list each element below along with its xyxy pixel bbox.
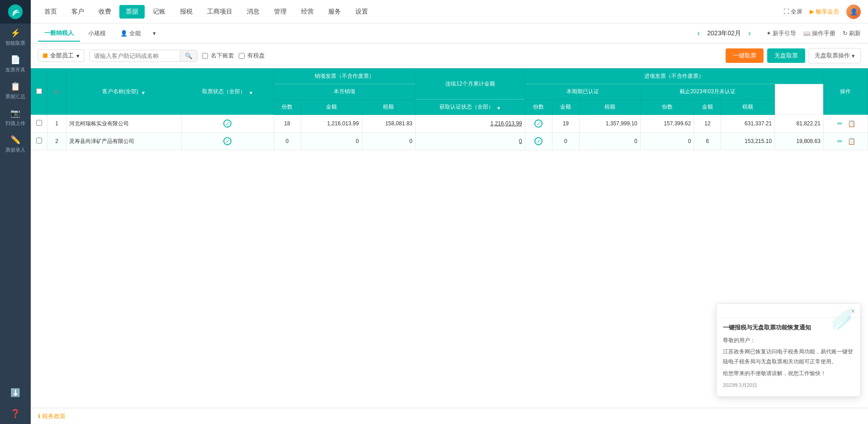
top-navigation: 首页 客户 收费 票据 记账 报税 工商项目 消息 管理 经营 服务 设置 ⛶ … [31,0,868,24]
row-monthly-count-0: 18 [274,115,301,133]
sidebar-item-invoice-summary[interactable]: 📋 票据汇总 [0,77,31,104]
camera-icon: 📷 [10,108,20,118]
sidebar-item-download[interactable]: ⬇️ [0,382,31,403]
th-sales-group: 销项发票（不含作废票） [274,69,415,84]
row-checkbox-input-1[interactable] [36,138,42,143]
toolbar-right-buttons: 一键取票 无盘取票 无盘取票操作 ▾ [726,48,861,63]
filter-fetch-icon[interactable]: ▾ [249,90,253,94]
row-fetch-status-0: ✓ [182,115,274,133]
row-p-amount-0: 1,357,999.10 [579,115,640,133]
nav-customer[interactable]: 客户 [65,5,90,19]
nav-home[interactable]: 首页 [38,5,63,19]
select-all-checkbox[interactable] [36,88,42,94]
nav-collection[interactable]: 收费 [92,5,118,19]
sidebar-item-scan-upload[interactable]: 📷 扫描上传 [0,104,31,130]
nav-business[interactable]: 工商项目 [201,5,239,19]
th-gear: ⚙ [47,69,66,115]
notification-header: × [717,304,860,318]
nav-accounting[interactable]: 记账 [146,5,172,19]
sidebar-item-smart-fetch[interactable]: ⚡ 智能取票 [0,24,31,50]
prev-month-btn[interactable]: ‹ [694,28,703,39]
tab-more[interactable]: ▾ [149,28,160,38]
th-u-amount: 金额 [694,100,721,115]
settings-gear-icon[interactable]: ⚙ [54,88,60,95]
no-device-fetch-btn[interactable]: 无盘取票 [767,48,805,63]
nav-operation[interactable]: 经营 [295,5,320,19]
nav-management[interactable]: 管理 [268,5,293,19]
th-monthly-amount: 金额 [301,100,362,115]
edit-action-icon-0[interactable]: ✏ [835,119,845,129]
check-has-device[interactable]: 有税盘 [239,52,265,60]
nav-message[interactable]: 消息 [241,5,266,19]
table-row: 2 灵寿县尚泽矿产品有限公司 ✓ 0 0 0 0 ✓ 0 0 0 6 153,2… [31,133,868,150]
fullscreen-btn[interactable]: ⛶ 全屏 [783,8,802,16]
th-p-amount: 金额 [552,100,579,115]
row-p-amount-1: 0 [579,133,640,150]
row-checkbox-0 [31,115,47,133]
nav-invoice[interactable]: 票据 [119,5,145,19]
employee-selector[interactable]: 全部员工 ▾ [38,49,85,62]
th-u-tax: 税额 [721,100,775,115]
sidebar-item-invoice-entry[interactable]: ✏️ 票据录入 [0,130,31,157]
th-p-tax: 税额 [579,100,640,115]
th-12months: 连续12个月累计金额 [415,69,525,100]
manual-btn[interactable]: 📖 操作手册 [803,29,835,38]
sidebar-item-help[interactable]: ❓ [0,403,31,424]
row-checkbox-input-0[interactable] [36,120,42,126]
avatar-icon: 👤 [850,8,858,15]
view-action-icon-1[interactable]: 📋 [846,136,856,146]
row-actions-0: ✏ 📋 [823,115,868,133]
row-p-count-0: 19 [552,115,579,133]
download-icon: ⬇️ [10,388,20,398]
help-icon: ❓ [10,409,20,419]
filter-customer-icon[interactable]: ▾ [141,90,146,94]
has-device-checkbox[interactable] [239,53,245,59]
th-monthly-sub: 本月销项 [274,84,415,100]
th-purchase-group: 进项发票（不含作废票） [525,69,823,84]
th-checkbox [31,69,47,115]
tab-all[interactable]: 👤 全能 [114,26,147,41]
nav-tax[interactable]: 报税 [174,5,199,19]
new-guide-btn[interactable]: ✦ 新手引导 [766,29,796,38]
person-icon: 👤 [120,30,127,37]
nav-service[interactable]: 服务 [322,5,347,19]
view-action-icon-0[interactable]: 📋 [846,119,856,129]
next-month-btn[interactable]: › [745,28,754,39]
nav-settings[interactable]: 设置 [349,5,374,19]
row-actions-1: ✏ 📋 [823,133,868,150]
notification-date: 2023年3月20日 [723,381,854,390]
row-num-0: 1 [47,115,66,133]
refresh-btn[interactable]: ↻ 刷新 [843,29,861,38]
tab-small[interactable]: 小规模 [82,26,112,41]
notification-close-btn[interactable]: × [851,307,855,315]
my-accounts-checkbox[interactable] [202,53,208,59]
no-device-ops-btn[interactable]: 无盘取票操作 ▾ [809,48,861,63]
play-icon: ▶ [810,8,814,15]
th-fetch-status: 取票状态（全部） ▾ [182,69,274,115]
th-uncertified: 截止2023年03月未认证 [640,84,774,100]
check-my-accounts[interactable]: 名下账套 [202,52,234,60]
one-click-fetch-btn[interactable]: 一键取票 [726,48,764,63]
th-p-count: 份数 [525,100,552,115]
tax-policy-link[interactable]: ℹ 税务政策 [38,412,66,420]
th-u-count: 份数 [640,100,694,115]
row-monthly-tax-0: 158,081.83 [362,115,415,133]
sidebar-item-invoice-open[interactable]: 📄 发票开具 [0,50,31,77]
notification-greeting: 尊敬的用户： [723,336,854,346]
fetch-status-icon-1: ✓ [223,137,231,145]
tabbar-right-actions: ✦ 新手引导 📖 操作手册 ↻ 刷新 [766,29,861,38]
search-button[interactable]: 🔍 [180,50,197,62]
cumulative-link-0[interactable]: 1,216,013.99 [491,120,522,127]
search-input[interactable] [90,50,180,62]
edit-action-icon-1[interactable]: ✏ [835,136,845,146]
cumulative-link-1[interactable]: 0 [519,138,522,144]
user-avatar[interactable]: 👤 [846,5,861,19]
tab-general[interactable]: 一般纳税人 [38,25,80,42]
notification-text: 江苏政务网已恢复访问电子税务局功能，易代账一键登陆电子税务局与无盘取票相关功能可… [723,347,854,367]
chevron-down-icon: ▾ [76,52,80,59]
row-customer-1: 灵寿县尚泽矿产品有限公司 [66,133,182,150]
fullscreen-icon: ⛶ [783,8,789,15]
selector-dot [43,53,47,58]
filter-certify-icon[interactable]: ▾ [496,105,501,110]
member-btn[interactable]: ▶ 畅享会员 [810,8,839,16]
